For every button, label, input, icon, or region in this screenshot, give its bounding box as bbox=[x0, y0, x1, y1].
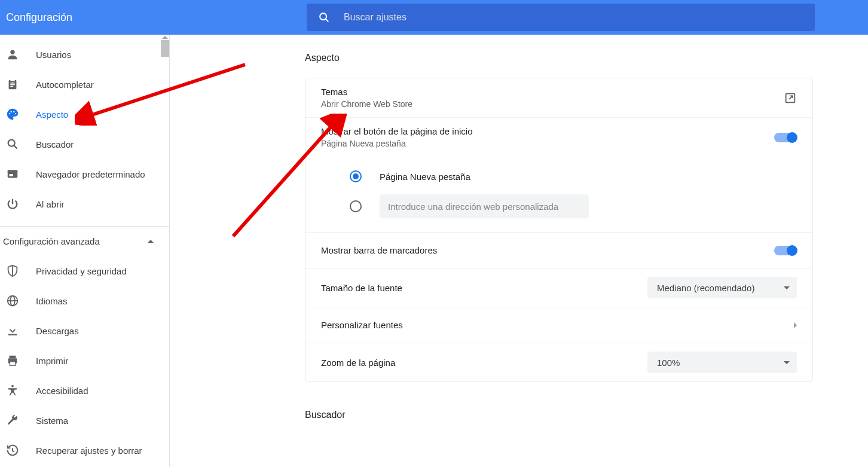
row-title: Zoom de la página bbox=[321, 358, 395, 368]
select-value: Mediano (recomendado) bbox=[657, 283, 754, 293]
sidebar-item-label: Recuperar ajustes y borrar bbox=[36, 445, 142, 456]
svg-point-0 bbox=[320, 13, 326, 20]
row-subtitle: Abrir Chrome Web Store bbox=[321, 99, 412, 109]
font-size-select[interactable]: Mediano (recomendado) bbox=[647, 277, 797, 298]
sidebar-item-accessibility[interactable]: Accesibilidad bbox=[0, 376, 169, 405]
row-title: Mostrar el botón de la página de inicio bbox=[321, 126, 473, 136]
sidebar-item-downloads[interactable]: Descargas bbox=[0, 316, 169, 346]
sidebar: Usuarios Autocompletar Aspecto Buscador bbox=[0, 35, 170, 467]
select-value: 100% bbox=[657, 358, 680, 368]
sidebar-item-label: Buscador bbox=[36, 139, 74, 149]
sidebar-item-label: Imprimir bbox=[36, 356, 68, 366]
restore-icon bbox=[6, 444, 19, 457]
bookmarks-toggle[interactable] bbox=[774, 246, 797, 255]
svg-rect-15 bbox=[8, 170, 18, 173]
sidebar-item-startup[interactable]: Al abrir bbox=[0, 189, 169, 219]
home-button-row: Mostrar el botón de la página de inicio … bbox=[305, 117, 812, 157]
scrollbar[interactable] bbox=[161, 36, 169, 60]
row-title: Tamaño de la fuente bbox=[321, 283, 402, 293]
sidebar-item-label: Privacidad y seguridad bbox=[36, 266, 127, 276]
radio-button-icon bbox=[350, 200, 362, 212]
font-size-row: Tamaño de la fuente Mediano (recomendado… bbox=[305, 268, 812, 307]
search-input[interactable] bbox=[344, 12, 804, 23]
svg-point-12 bbox=[8, 140, 15, 146]
sidebar-item-reset[interactable]: Recuperar ajustes y borrar bbox=[0, 435, 169, 465]
svg-point-2 bbox=[10, 50, 14, 54]
bookmarks-bar-row: Mostrar barra de marcadores bbox=[305, 232, 812, 268]
main-content: Aspecto Temas Abrir Chrome Web Store Mos… bbox=[170, 35, 868, 467]
sidebar-item-label: Aspecto bbox=[36, 109, 68, 120]
page-title: Configuración bbox=[6, 11, 307, 24]
svg-rect-6 bbox=[10, 84, 14, 85]
container: Usuarios Autocompletar Aspecto Buscador bbox=[0, 35, 868, 467]
chevron-down-icon bbox=[784, 361, 790, 364]
svg-point-24 bbox=[11, 385, 14, 387]
sidebar-item-appearance[interactable]: Aspecto bbox=[0, 99, 169, 129]
svg-line-1 bbox=[326, 19, 329, 22]
svg-rect-4 bbox=[10, 79, 14, 81]
power-icon bbox=[6, 197, 19, 210]
row-title: Mostrar barra de marcadores bbox=[321, 245, 437, 255]
sidebar-advanced-toggle[interactable]: Configuración avanzada bbox=[0, 226, 169, 256]
search-icon bbox=[317, 11, 331, 24]
svg-point-8 bbox=[9, 113, 10, 114]
printer-icon bbox=[6, 354, 19, 367]
sidebar-section-label: Configuración avanzada bbox=[3, 236, 100, 246]
open-external-icon bbox=[784, 91, 797, 105]
sidebar-item-label: Descargas bbox=[36, 326, 79, 336]
appearance-card: Temas Abrir Chrome Web Store Mostrar el … bbox=[305, 78, 813, 382]
radio-newtab[interactable]: Página Nueva pestaña bbox=[350, 161, 797, 191]
palette-icon bbox=[6, 108, 19, 121]
sidebar-item-label: Autocompletar bbox=[36, 80, 94, 90]
sidebar-item-autofill[interactable]: Autocompletar bbox=[0, 69, 169, 99]
section-title-search: Buscador bbox=[305, 410, 813, 420]
svg-point-9 bbox=[11, 111, 12, 112]
sidebar-item-privacy[interactable]: Privacidad y seguridad bbox=[0, 256, 169, 286]
themes-row[interactable]: Temas Abrir Chrome Web Store bbox=[305, 78, 812, 117]
sidebar-item-label: Al abrir bbox=[36, 199, 65, 209]
row-subtitle: Página Nueva pestaña bbox=[321, 139, 473, 148]
wrench-icon bbox=[6, 414, 19, 427]
chevron-up-icon bbox=[148, 240, 154, 243]
browser-icon bbox=[6, 167, 19, 181]
search-bar[interactable] bbox=[307, 4, 815, 31]
sidebar-item-label: Sistema bbox=[36, 416, 68, 426]
sidebar-item-label: Usuarios bbox=[36, 50, 71, 60]
header: Configuración bbox=[0, 0, 868, 35]
sidebar-item-users[interactable]: Usuarios bbox=[0, 39, 169, 69]
search-icon bbox=[6, 138, 19, 151]
user-icon bbox=[6, 48, 19, 61]
shield-icon bbox=[6, 264, 19, 277]
row-title: Temas bbox=[321, 87, 412, 97]
custom-url-input[interactable] bbox=[380, 194, 589, 218]
sidebar-item-search[interactable]: Buscador bbox=[0, 129, 169, 159]
svg-point-10 bbox=[13, 111, 14, 112]
sidebar-item-print[interactable]: Imprimir bbox=[0, 346, 169, 376]
page-zoom-row: Zoom de la página 100% bbox=[305, 343, 812, 381]
svg-line-13 bbox=[14, 145, 17, 148]
home-button-toggle[interactable] bbox=[774, 133, 797, 142]
svg-point-11 bbox=[15, 113, 16, 114]
sidebar-item-default-browser[interactable]: Navegador predeterminado bbox=[0, 159, 169, 189]
chevron-down-icon bbox=[784, 286, 790, 289]
customize-fonts-row[interactable]: Personalizar fuentes bbox=[305, 307, 812, 343]
clipboard-icon bbox=[6, 78, 19, 91]
sidebar-item-system[interactable]: Sistema bbox=[0, 405, 169, 435]
svg-rect-5 bbox=[10, 83, 14, 83]
download-icon bbox=[6, 324, 19, 337]
section-title-appearance: Aspecto bbox=[305, 53, 813, 63]
sidebar-item-languages[interactable]: Idiomas bbox=[0, 286, 169, 316]
sidebar-item-label: Idiomas bbox=[36, 296, 68, 306]
svg-rect-20 bbox=[8, 334, 17, 335]
home-page-radio-group: Página Nueva pestaña bbox=[305, 157, 812, 232]
sidebar-item-label: Accesibilidad bbox=[36, 386, 88, 396]
svg-rect-23 bbox=[10, 362, 15, 365]
sidebar-item-label: Navegador predeterminado bbox=[36, 169, 145, 179]
page-zoom-select[interactable]: 100% bbox=[647, 352, 797, 373]
svg-rect-7 bbox=[10, 86, 13, 87]
accessibility-icon bbox=[6, 384, 19, 397]
svg-rect-21 bbox=[10, 356, 16, 359]
radio-custom[interactable] bbox=[350, 191, 797, 221]
globe-icon bbox=[6, 294, 19, 307]
radio-label: Página Nueva pestaña bbox=[380, 172, 470, 182]
